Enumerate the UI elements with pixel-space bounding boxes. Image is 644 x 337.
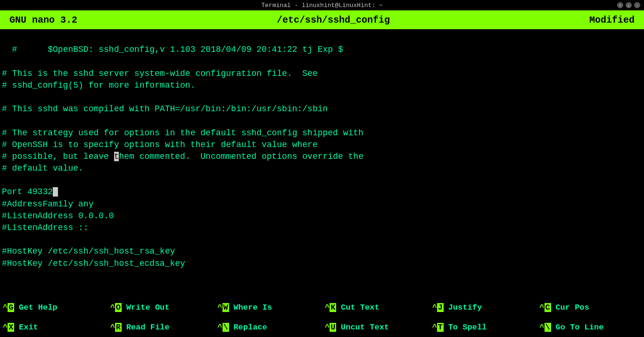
nano-header-left: GNU nano 3.2 <box>9 15 77 25</box>
line-9: # OpenSSH is to specify options with the… <box>2 140 318 149</box>
minimize-icon: ▼ <box>619 3 621 8</box>
nano-header-center: /etc/ssh/sshd_config <box>277 15 390 25</box>
exit-key: X <box>8 323 14 332</box>
footer-item-cut-text[interactable]: ^K Cut Text <box>322 297 429 317</box>
line-8: # The strategy used for options in the d… <box>2 128 363 138</box>
justify-label: Justify <box>448 303 482 312</box>
footer-item-replace[interactable]: ^\ Replace <box>215 317 322 337</box>
footer-item-uncut-text[interactable]: ^U Uncut Text <box>322 317 429 337</box>
close-icon: ✕ <box>636 3 638 8</box>
minimize-btn[interactable]: ▼ <box>617 2 623 8</box>
go-to-line-caret: ^ <box>539 323 544 332</box>
footer-item-read-file[interactable]: ^R Read File <box>107 317 215 337</box>
footer-item-get-help[interactable]: ^G Get Help <box>0 297 107 317</box>
footer: ^G Get Help ^O Write Out ^W Where Is ^K … <box>0 297 644 337</box>
maximize-btn[interactable]: ▲ <box>626 2 632 8</box>
line-15: #ListenAddress 0.0.0.0 <box>2 211 114 221</box>
replace-key: \ <box>223 323 229 332</box>
cut-text-caret: ^ <box>325 303 330 312</box>
write-out-label: Write Out <box>126 303 170 312</box>
line-6: # This sshd was compiled with PATH=/usr/… <box>2 104 328 114</box>
where-is-label: Where Is <box>233 303 272 312</box>
cur-pos-label: Cur Pos <box>555 303 589 312</box>
line-13: Port 49332 <box>2 187 58 197</box>
exit-caret: ^ <box>3 323 8 332</box>
to-spell-label: To Spell <box>448 323 487 332</box>
line-1: # $OpenBSD: sshd_config,v 1.103 2018/04/… <box>12 45 343 54</box>
justify-key: J <box>437 303 444 312</box>
read-file-key: R <box>115 323 122 332</box>
footer-item-justify[interactable]: ^J Justify <box>429 297 537 317</box>
go-to-line-label: Go To Line <box>555 323 603 332</box>
footer-item-to-spell[interactable]: ^T To Spell <box>429 317 537 337</box>
line-16: #ListenAddress :: <box>2 223 89 232</box>
to-spell-caret: ^ <box>432 323 437 332</box>
where-is-caret: ^ <box>217 303 222 312</box>
read-file-caret: ^ <box>110 323 115 332</box>
line-10: # possible, but leave them commented. Un… <box>2 152 363 161</box>
write-out-key: O <box>115 303 122 312</box>
exit-label: Exit <box>19 323 38 332</box>
to-spell-key: T <box>437 323 444 332</box>
footer-item-where-is[interactable]: ^W Where Is <box>215 297 322 317</box>
justify-caret: ^ <box>432 303 437 312</box>
cut-text-key: K <box>330 303 336 312</box>
cut-text-label: Cut Text <box>341 303 380 312</box>
title-bar-title: Terminal - linuxhint@LinuxHint: ~ <box>261 2 382 9</box>
line-18: #HostKey /etc/ssh/ssh_host_rsa_key <box>2 247 175 256</box>
get-help-caret: ^ <box>3 303 8 312</box>
where-is-key: W <box>223 303 229 312</box>
editor-area[interactable]: # $OpenBSD: sshd_config,v 1.103 2018/04/… <box>0 29 644 297</box>
line-14: #AddressFamily any <box>2 199 93 209</box>
get-help-label: Get Help <box>19 303 58 312</box>
close-btn[interactable]: ✕ <box>634 2 640 8</box>
go-to-line-key: \ <box>545 323 551 332</box>
line-19: #HostKey /etc/ssh/ssh_host_ecdsa_key <box>2 259 185 268</box>
footer-item-write-out[interactable]: ^O Write Out <box>107 297 215 317</box>
line-3: # This is the sshd server system-wide co… <box>2 69 318 78</box>
replace-caret: ^ <box>217 323 222 332</box>
uncut-text-label: Uncut Text <box>341 323 389 332</box>
replace-label: Replace <box>233 323 267 332</box>
read-file-label: Read File <box>126 323 170 332</box>
line-4: # sshd_config(5) for more information. <box>2 81 195 90</box>
write-out-caret: ^ <box>110 303 115 312</box>
nano-header-right: Modified <box>589 15 635 25</box>
uncut-text-key: U <box>330 323 336 332</box>
get-help-key: G <box>8 303 14 312</box>
nano-header: GNU nano 3.2 /etc/ssh/sshd_config Modifi… <box>0 10 644 29</box>
maximize-icon: ▲ <box>627 3 630 8</box>
line-11: # default value. <box>2 164 83 173</box>
uncut-text-caret: ^ <box>325 323 330 332</box>
footer-item-go-to-line[interactable]: ^\ Go To Line <box>537 317 644 337</box>
cur-pos-key: C <box>545 303 551 312</box>
footer-item-cur-pos[interactable]: ^C Cur Pos <box>537 297 644 317</box>
cur-pos-caret: ^ <box>539 303 544 312</box>
title-bar-controls: ▼ ▲ ✕ <box>617 2 640 8</box>
footer-item-exit[interactable]: ^X Exit <box>0 317 107 337</box>
title-bar: Terminal - linuxhint@LinuxHint: ~ ▼ ▲ ✕ <box>0 0 644 10</box>
